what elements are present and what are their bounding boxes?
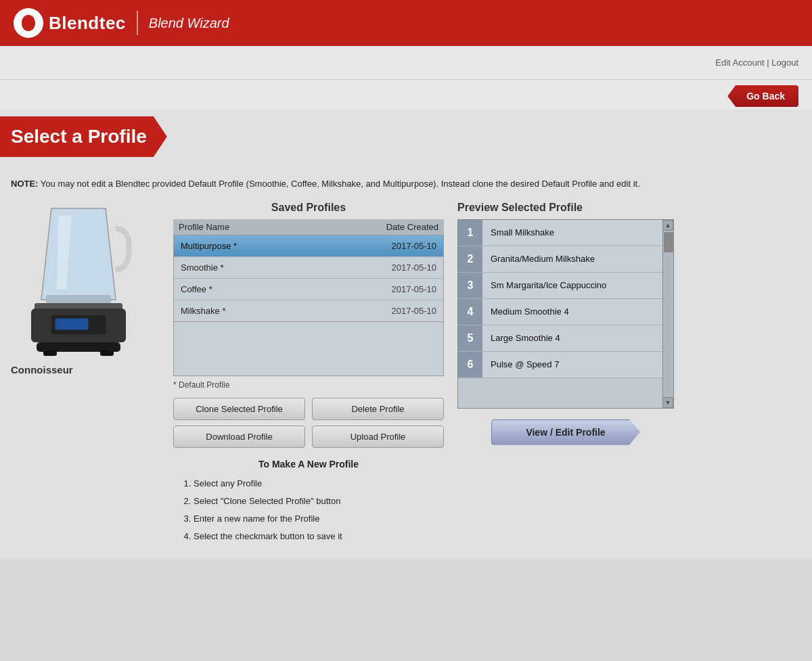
svg-rect-9	[43, 350, 57, 356]
step-1: Select any Profile	[194, 475, 444, 493]
step-4: Select the checkmark button to save it	[194, 528, 444, 545]
top-bar: Edit Account | Logout	[0, 46, 812, 80]
go-back-row: Go Back	[0, 80, 812, 110]
profile-name-coffee: Coffee *	[181, 284, 355, 294]
preview-item-1[interactable]: 1 Small Milkshake	[458, 220, 662, 246]
app-header: Blendtec Blend Wizard	[0, 0, 812, 46]
profile-row-milkshake[interactable]: Milkshake * 2017-05-10	[174, 300, 443, 321]
preview-label-4: Medium Smoothie 4	[482, 300, 662, 323]
profiles-table-header: Profile Name Date Created	[173, 219, 444, 235]
preview-num-1: 1	[458, 220, 482, 246]
note-body: You may not edit a Blendtec provided Def…	[41, 179, 640, 189]
preview-num-3: 3	[458, 273, 482, 298]
page-title-banner: Select a Profile	[0, 116, 167, 157]
scrollbar-thumb[interactable]	[664, 232, 673, 252]
profile-date-milkshake: 2017-05-10	[355, 306, 436, 316]
note-text: NOTE: You may not edit a Blendtec provid…	[11, 177, 801, 191]
logo-icon	[14, 8, 43, 38]
delete-profile-button[interactable]: Delete Profile	[312, 398, 444, 420]
preview-item-4[interactable]: 4 Medium Smoothie 4	[458, 299, 662, 325]
right-column: Preview Selected Profile 1 Small Milksha…	[457, 202, 674, 445]
download-profile-button[interactable]: Download Profile	[173, 426, 305, 448]
header-divider	[137, 11, 138, 35]
page-title: Select a Profile	[11, 126, 147, 147]
svg-rect-2	[46, 295, 111, 303]
preview-label-6: Pulse @ Speed 7	[482, 352, 662, 376]
step-3: Enter a new name for the Profile	[194, 510, 444, 528]
saved-profiles-title: Saved Profiles	[173, 202, 444, 214]
profile-date-multipurpose: 2017-05-10	[355, 241, 436, 251]
profile-row-multipurpose[interactable]: Multipurpose * 2017-05-10	[174, 235, 443, 257]
view-edit-profile-button[interactable]: View / Edit Profile	[491, 419, 640, 445]
svg-rect-8	[37, 342, 120, 352]
svg-rect-7	[55, 319, 88, 329]
profiles-list: Multipurpose * 2017-05-10 Smoothie * 201…	[173, 235, 444, 322]
center-column: Saved Profiles Profile Name Date Created…	[173, 202, 444, 545]
svg-rect-10	[100, 350, 114, 356]
profiles-empty-area	[173, 322, 444, 376]
profile-row-coffee[interactable]: Coffee * 2017-05-10	[174, 279, 443, 300]
svg-marker-0	[41, 208, 116, 300]
step-2: Select "Clone Selected Profile" button	[194, 493, 444, 510]
preview-title: Preview Selected Profile	[457, 202, 674, 214]
app-subtitle: Blend Wizard	[149, 16, 229, 31]
preview-item-2[interactable]: 2 Granita/Medium Milkshake	[458, 246, 662, 273]
scroll-up-arrow[interactable]: ▲	[662, 220, 673, 231]
preview-list: 1 Small Milkshake 2 Granita/Medium Milks…	[458, 220, 662, 378]
profile-name-milkshake: Milkshake *	[181, 306, 355, 316]
preview-item-6[interactable]: 6 Pulse @ Speed 7	[458, 352, 662, 378]
action-buttons-row1: Clone Selected Profile Delete Profile	[173, 398, 444, 420]
preview-list-container: 1 Small Milkshake 2 Granita/Medium Milks…	[457, 219, 674, 409]
preview-num-4: 4	[458, 299, 482, 325]
preview-num-5: 5	[458, 325, 482, 351]
main-content: NOTE: You may not edit a Blendtec provid…	[0, 157, 812, 559]
upload-profile-button[interactable]: Upload Profile	[312, 426, 444, 448]
account-links: Edit Account | Logout	[715, 58, 798, 68]
preview-item-5[interactable]: 5 Large Smoothie 4	[458, 325, 662, 352]
logo: Blendtec	[14, 8, 126, 38]
preview-item-3[interactable]: 3 Sm Margarita/Ice Cappuccino	[458, 273, 662, 299]
edit-account-link[interactable]: Edit Account	[715, 58, 764, 68]
profile-date-coffee: 2017-05-10	[355, 284, 436, 294]
go-back-button[interactable]: Go Back	[727, 85, 798, 107]
brand-name: Blendtec	[49, 13, 126, 34]
logout-link[interactable]: Logout	[771, 58, 798, 68]
action-buttons-row2: Download Profile Upload Profile	[173, 426, 444, 448]
scroll-down-arrow[interactable]: ▼	[662, 397, 673, 408]
preview-label-3: Sm Margarita/Ice Cappuccino	[482, 273, 662, 297]
clone-profile-button[interactable]: Clone Selected Profile	[173, 398, 305, 420]
preview-num-2: 2	[458, 246, 482, 272]
blender-svg	[11, 202, 146, 357]
note-label: NOTE:	[11, 179, 38, 189]
blender-image	[11, 202, 146, 357]
preview-num-6: 6	[458, 352, 482, 378]
preview-label-1: Small Milkshake	[482, 221, 662, 244]
product-name: Connoisseur	[11, 364, 160, 375]
profile-name-multipurpose: Multipurpose *	[181, 241, 355, 251]
col-date-header: Date Created	[357, 222, 438, 232]
left-column: Connoisseur	[11, 202, 160, 375]
profile-row-smoothie[interactable]: Smoothie * 2017-05-10	[174, 257, 443, 279]
col-name-header: Profile Name	[179, 222, 357, 232]
make-profile-steps: Select any Profile Select "Clone Selecte…	[173, 475, 444, 545]
content-grid: Connoisseur Saved Profiles Profile Name …	[11, 202, 801, 545]
default-profile-note: * Default Profile	[173, 380, 444, 390]
make-profile-title: To Make A New Profile	[173, 459, 444, 470]
profile-name-smoothie: Smoothie *	[181, 263, 355, 273]
profile-date-smoothie: 2017-05-10	[355, 263, 436, 273]
preview-label-5: Large Smoothie 4	[482, 326, 662, 350]
preview-label-2: Granita/Medium Milkshake	[482, 247, 662, 271]
preview-scrollbar[interactable]: ▲ ▼	[662, 220, 673, 408]
make-profile-section: To Make A New Profile Select any Profile…	[173, 459, 444, 545]
